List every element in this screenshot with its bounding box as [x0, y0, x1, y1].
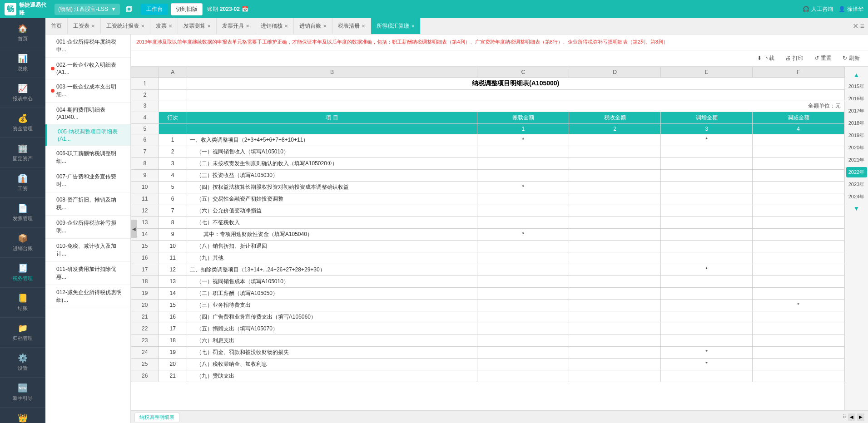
sidebar-item-close[interactable]: 📒 结账: [0, 288, 45, 318]
sidebar-item-home[interactable]: 🏠 首页: [0, 18, 45, 48]
sub-nav-008[interactable]: 008-资产折旧、摊销及纳税...: [45, 192, 130, 216]
collapse-subnav-button[interactable]: ◀: [131, 220, 137, 238]
scroll-left-btn[interactable]: ◀: [848, 413, 855, 421]
sidebar-item-settings[interactable]: ⚙️ 设置: [0, 348, 45, 378]
tab-income-tax[interactable]: 所得税汇算缴 ✕: [371, 18, 421, 34]
table-row[interactable]: 23 18 （六）利息支出: [131, 334, 844, 346]
sidebar-item-payroll[interactable]: 👔 工资: [0, 168, 45, 198]
sidebar-item-vip[interactable]: 👑 畅会员: [0, 408, 45, 423]
calendar-icon[interactable]: 📅: [242, 6, 248, 12]
close-tab-invoice-calc[interactable]: ✕: [207, 24, 211, 29]
tab-payroll-stats[interactable]: 工资统计报表 ✕: [101, 18, 150, 34]
year-2019[interactable]: 2019年: [846, 130, 867, 141]
menu-icon[interactable]: ≡: [860, 22, 864, 30]
sub-nav-002[interactable]: 002-一般企业收入明细表(A1...: [45, 58, 130, 79]
close-tab-payroll[interactable]: ✕: [91, 24, 95, 29]
refresh-button[interactable]: ↻ 刷新: [840, 53, 863, 64]
sub-nav-009[interactable]: 009-企业所得税弥补亏损明...: [45, 216, 130, 239]
user-menu[interactable]: 👤 徐泽华: [838, 5, 863, 13]
year-2015[interactable]: 2015年: [846, 81, 867, 92]
spreadsheet-container[interactable]: A B C D E F 1: [131, 67, 868, 410]
close-tab-invoice[interactable]: ✕: [169, 24, 172, 29]
consult-button[interactable]: 🎧 人工咨询: [803, 5, 833, 13]
sub-nav-003[interactable]: 003-一般企业成本支出明细...: [45, 79, 130, 103]
table-row[interactable]: 26 21 （九）赞助支出: [131, 370, 844, 382]
year-2020[interactable]: 2020年: [846, 143, 867, 153]
close-tab-purchase-audit[interactable]: ✕: [284, 24, 288, 29]
sidebar-item-guide[interactable]: 🆕 新手引导: [0, 378, 45, 408]
sidebar-item-assets[interactable]: 🏢 固定资产: [0, 138, 45, 168]
tab-invoice[interactable]: 发票 ✕: [150, 18, 178, 34]
sidebar-item-purchasesales[interactable]: 📦 进销台账: [0, 228, 45, 258]
year-2023[interactable]: 2023年: [846, 179, 867, 190]
print-button[interactable]: 🖨 打印: [783, 53, 806, 64]
table-row[interactable]: 11 6 （五）交易性金融资产初始投资调整: [131, 193, 844, 205]
table-row[interactable]: 18 13 （一）视同销售成本（填写A105010）: [131, 275, 844, 287]
sub-nav-006[interactable]: 006-职工薪酬纳税调整明细...: [45, 146, 130, 169]
sub-nav-007[interactable]: 007-广告费和业务宣传费时...: [45, 169, 130, 192]
table-row[interactable]: 21 16 （四）广告费和业务宣传费支出（填写A105060）: [131, 311, 844, 323]
year-2024[interactable]: 2024年: [846, 192, 867, 202]
workbench-button[interactable]: 工作台: [141, 4, 168, 15]
sub-nav-001[interactable]: 001-企业所得税年度纳税申...: [45, 34, 130, 58]
tab-home[interactable]: 首页: [45, 18, 68, 34]
year-down-arrow[interactable]: ▼: [853, 204, 861, 213]
close-tab-income-tax[interactable]: ✕: [411, 24, 415, 29]
col-F: F: [753, 67, 844, 77]
table-row[interactable]: 9 4 （三）投资收益（填写A105030）: [131, 169, 844, 181]
table-row[interactable]: 25 20 （八）税收滞纳金、加收利息 *: [131, 358, 844, 370]
download-button[interactable]: ⬇ 下载: [754, 53, 777, 64]
bottom-tab-tax-adjust[interactable]: 纳税调整明细表: [134, 413, 179, 422]
sidebar-item-reports[interactable]: 📈 报表中心: [0, 78, 45, 108]
table-row[interactable]: 19 14 （二）职工薪酬（填写A105050）: [131, 287, 844, 299]
year-up-arrow[interactable]: ▲: [853, 70, 861, 79]
table-row[interactable]: 14 9 其中：专项用途财政性资金（填写A105040） *: [131, 228, 844, 240]
table-row[interactable]: 13 8 （七）不征税收入: [131, 216, 844, 228]
close-tab-payroll-stats[interactable]: ✕: [141, 24, 144, 29]
tab-invoice-issue[interactable]: 发票开具 ✕: [217, 18, 255, 34]
table-row[interactable]: 24 19 （七）罚金、罚款和被没收财物的损失 *: [131, 346, 844, 358]
sidebar-item-ledger[interactable]: 📊 总账: [0, 48, 45, 78]
tab-invoice-calc[interactable]: 发票测算 ✕: [178, 18, 217, 34]
logo-area: 畅 畅捷通易代账: [5, 1, 50, 17]
close-tab-purchase-ledger[interactable]: ✕: [323, 24, 327, 29]
table-row[interactable]: 8 3 （二）未按权责发生制原则确认的收入（填写A105020①）: [131, 157, 844, 169]
year-2018[interactable]: 2018年: [846, 118, 867, 128]
table-row[interactable]: 17 12 二、扣除类调整项目（13+14+...24+26+27+28+29+…: [131, 264, 844, 275]
year-2021[interactable]: 2021年: [846, 155, 867, 165]
scroll-right-btn[interactable]: ▶: [857, 413, 864, 421]
sidebar-item-invoice-mgmt[interactable]: 📄 发票管理: [0, 198, 45, 228]
year-2022[interactable]: 2022年: [846, 167, 867, 177]
table-row[interactable]: 10 5 （四）按权益法核算长期股权投资对初始投资成本调整确认收益 *: [131, 181, 844, 193]
tab-tax-table[interactable]: 税表清册 ✕: [332, 18, 371, 34]
sidebar-item-tax[interactable]: 🧾 税务管理: [0, 258, 45, 288]
sub-nav-010[interactable]: 010-免税、减计收入及加计...: [45, 239, 130, 262]
status-dot-009: [51, 225, 55, 229]
close-tab-tax-table[interactable]: ✕: [362, 24, 365, 29]
table-row[interactable]: 7 2 （一）视同销售收入（填写A105010）: [131, 146, 844, 157]
table-row[interactable]: 22 17 （五）捐赠支出（填写A105070）: [131, 323, 844, 334]
tab-purchase-audit[interactable]: 进销稽核 ✕: [255, 18, 294, 34]
sub-nav-012[interactable]: 012-减免企业所得税优惠明细(...: [45, 285, 130, 308]
tab-purchase-ledger[interactable]: 进销台账 ✕: [294, 18, 332, 34]
table-row[interactable]: 15 10 （八）销售折扣、折让和退回: [131, 240, 844, 252]
table-row[interactable]: 6 1 一、收入类调整项目（2+3+4+5+6+7+8+10+11） * *: [131, 134, 844, 146]
table-row[interactable]: 20 15 （三）业务招待费支出 *: [131, 299, 844, 311]
reset-button[interactable]: ↺ 重置: [812, 53, 834, 64]
table-row[interactable]: 16 11 （九）其他: [131, 252, 844, 264]
sidebar-item-finance[interactable]: 💰 资金管理: [0, 108, 45, 138]
table-row[interactable]: 12 7 （六）公允价值变动净损益: [131, 205, 844, 216]
sub-nav-005[interactable]: 005-纳税调整项目明细表(A1...: [45, 124, 130, 146]
sidebar-item-archive[interactable]: 📁 归档管理: [0, 318, 45, 348]
year-2016[interactable]: 2016年: [846, 93, 867, 104]
close-tab-invoice-issue[interactable]: ✕: [246, 24, 249, 29]
year-2017[interactable]: 2017年: [846, 106, 867, 116]
old-version-button[interactable]: 切到旧版: [171, 3, 203, 15]
close-all-icon[interactable]: ✕: [853, 22, 858, 30]
sub-nav-004[interactable]: 004-期间费用明细表(A1040...: [45, 103, 130, 124]
assets-icon: 🏢: [18, 143, 28, 153]
tab-payroll[interactable]: 工资表 ✕: [68, 18, 101, 34]
sub-nav-011[interactable]: 011-研发费用加计扣除优惠...: [45, 262, 130, 285]
company-selector[interactable]: (物副) 江西股宝-LSS ▼: [55, 4, 120, 15]
copy-icon[interactable]: [122, 5, 136, 13]
